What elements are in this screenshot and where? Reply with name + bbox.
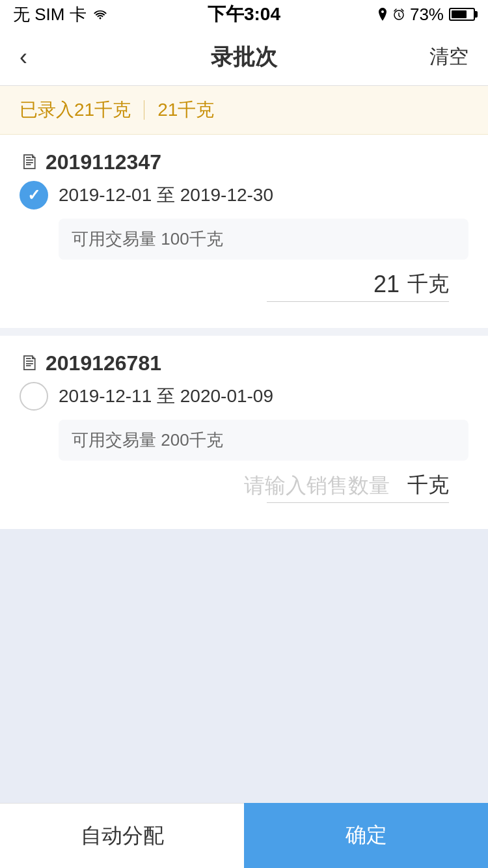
batch-doc-icon-1: 🖹: [20, 152, 39, 174]
battery-percent: 73%: [410, 5, 444, 25]
quantity-value-1: 21: [373, 271, 400, 298]
input-unit-2: 千克: [407, 471, 449, 500]
total-amount: 21千克: [157, 98, 214, 122]
batch-item-2: 🖹 2019126781 2019-12-11 至 2020-01-09 可用交…: [0, 328, 488, 529]
batch-avail-1: 可用交易量 100千克: [72, 229, 223, 249]
location-icon: [377, 8, 388, 21]
batch-header-2: 🖹 2019126781: [20, 351, 468, 375]
quantity-row-1: 21 千克: [20, 260, 468, 301]
batch-doc-icon-2: 🖹: [20, 353, 39, 375]
batch-date-row-1[interactable]: 2019-12-01 至 2019-12-30: [20, 181, 468, 210]
batch-avail-box-1: 可用交易量 100千克: [59, 219, 468, 260]
batch-date-2: 2019-12-11 至 2020-01-09: [59, 384, 273, 409]
info-banner: 已录入21千克 21千克: [0, 86, 488, 135]
quantity-unit-1: 千克: [407, 270, 449, 299]
batch-date-row-2[interactable]: 2019-12-11 至 2020-01-09: [20, 382, 468, 411]
empty-area: [0, 529, 488, 828]
batch-number-1: 2019112347: [46, 150, 161, 174]
battery-icon: [449, 8, 475, 21]
auto-distribute-button[interactable]: 自动分配: [0, 803, 244, 868]
back-button[interactable]: ‹: [20, 44, 59, 71]
status-right: 73%: [377, 5, 475, 25]
alarm-icon: [393, 8, 405, 21]
batch-item-1: 🖹 2019112347 2019-12-01 至 2019-12-30 可用交…: [0, 135, 488, 328]
status-left: 无 SIM 卡: [13, 3, 107, 26]
nav-bar: ‹ 录批次 清空: [0, 29, 488, 86]
input-divider-2: [267, 502, 449, 503]
batch-radio-2[interactable]: [20, 382, 48, 411]
quantity-divider-1: [267, 301, 449, 302]
clear-button[interactable]: 清空: [429, 44, 468, 70]
input-row-2: 千克: [20, 461, 468, 502]
quantity-input-2[interactable]: [204, 474, 400, 498]
confirm-button[interactable]: 确定: [244, 803, 488, 868]
bottom-bar: 自动分配 确定: [0, 803, 488, 868]
batch-avail-box-2: 可用交易量 200千克: [59, 420, 468, 461]
status-bar: 无 SIM 卡 下午3:04 73%: [0, 0, 488, 29]
status-time: 下午3:04: [208, 2, 280, 27]
batch-avail-2: 可用交易量 200千克: [72, 430, 223, 450]
banner-divider: [144, 100, 144, 120]
batch-radio-1[interactable]: [20, 181, 48, 210]
wifi-icon: [93, 9, 107, 20]
carrier-label: 无 SIM 卡: [13, 3, 87, 26]
batch-number-2: 2019126781: [46, 351, 161, 375]
batch-date-1: 2019-12-01 至 2019-12-30: [59, 183, 273, 208]
recorded-amount: 已录入21千克: [20, 98, 131, 122]
page-title: 录批次: [211, 42, 277, 72]
batch-header-1: 🖹 2019112347: [20, 150, 468, 174]
